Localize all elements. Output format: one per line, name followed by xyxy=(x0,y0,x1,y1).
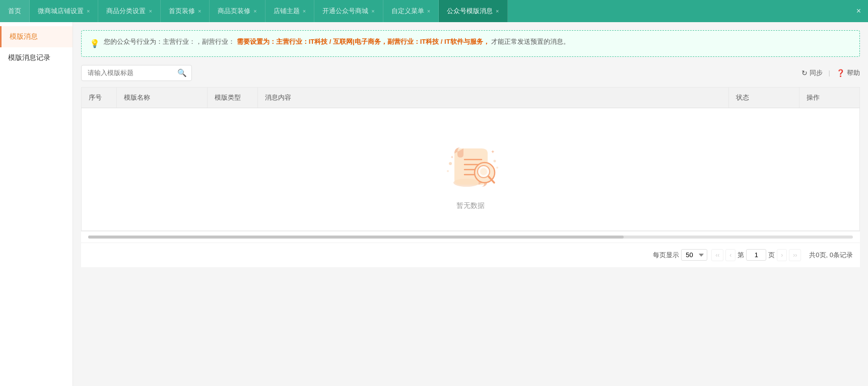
table-header: 序号 模版名称 模版类型 消息内容 状态 操作 xyxy=(82,87,860,108)
empty-text: 暂无数据 xyxy=(92,201,849,210)
notice-text: 您的公众号行业为：主营行业：，副营行业： 需要设置为：主营行业：IT科技 / 互… xyxy=(104,37,570,47)
main-content: 💡 您的公众号行业为：主营行业：，副营行业： 需要设置为：主营行业：IT科技 /… xyxy=(73,22,868,386)
notice-highlight: 需要设置为：主营行业：IT科技 / 互联网|电子商务，副营行业：IT科技 / I… xyxy=(237,38,490,45)
svg-point-8 xyxy=(480,168,487,175)
nav-tab-category-settings-label: 商品分类设置 xyxy=(106,7,146,16)
sidebar-item-template-msg[interactable]: 模版消息 xyxy=(0,26,73,47)
col-header-status: 状态 xyxy=(729,87,799,108)
page-size-label: 每页显示 xyxy=(653,251,679,260)
toolbar: 🔍 ↻ 同步 | ❓ 帮助 xyxy=(81,65,860,81)
nav-tab-custom-menu[interactable]: 自定义菜单 × xyxy=(383,0,439,22)
empty-illustration: ✦ ✦ xyxy=(440,138,501,194)
pagination: 每页显示 50 10 20 100 ‹‹ ‹ 第 页 › ›› 共0页, 0条记… xyxy=(81,243,860,268)
next-page-button[interactable]: › xyxy=(777,249,787,262)
main-layout: 模版消息 模版消息记录 💡 您的公众号行业为：主营行业：，副营行业： 需要设置为… xyxy=(0,22,868,386)
help-icon: ❓ xyxy=(836,69,845,77)
nav-tab-template-msg-close[interactable]: × xyxy=(496,8,499,14)
sync-button[interactable]: ↻ 同步 xyxy=(802,68,823,78)
svg-point-12 xyxy=(496,167,498,169)
empty-icon: ✦ ✦ xyxy=(92,138,849,195)
page-nav: ‹‹ ‹ 第 页 › ›› xyxy=(711,249,801,262)
nav-tab-category-close[interactable]: × xyxy=(149,8,152,14)
col-header-action: 操作 xyxy=(799,87,860,108)
nav-tab-product-decor-label: 商品页装修 xyxy=(218,7,250,16)
top-nav: 首页 微商城店铺设置 × 商品分类设置 × 首页装修 × 商品页装修 × 店铺主… xyxy=(0,0,868,22)
col-header-type: 模版类型 xyxy=(208,87,258,108)
search-box: 🔍 xyxy=(81,65,192,81)
nav-tab-shop-theme-close[interactable]: × xyxy=(303,8,306,14)
notice-suffix: 才能正常发送预置的消息。 xyxy=(491,38,570,45)
page-suffix-label: 页 xyxy=(768,251,775,260)
close-all-icon: × xyxy=(856,7,861,16)
nav-tab-shop-settings-close[interactable]: × xyxy=(87,8,90,14)
nav-tab-shop-settings[interactable]: 微商城店铺设置 × xyxy=(30,0,98,22)
page-prefix-label: 第 xyxy=(738,251,744,260)
nav-tab-shop-settings-label: 微商城店铺设置 xyxy=(38,7,84,16)
scrollbar-row xyxy=(81,231,860,243)
nav-tab-product-decor-close[interactable]: × xyxy=(253,8,256,14)
nav-tab-custom-menu-close[interactable]: × xyxy=(427,8,430,14)
svg-point-11 xyxy=(494,160,496,162)
nav-tab-template-msg-label: 公众号模版消息 xyxy=(447,7,493,16)
last-page-button[interactable]: ›› xyxy=(789,249,801,262)
page-number-input[interactable] xyxy=(746,249,766,261)
nav-tab-home-decor-close[interactable]: × xyxy=(198,8,201,14)
svg-point-9 xyxy=(449,162,452,165)
notice-bulb-icon: 💡 xyxy=(90,37,100,50)
notice-box: 💡 您的公众号行业为：主营行业：，副营行业： 需要设置为：主营行业：IT科技 /… xyxy=(81,30,860,57)
nav-tab-shop-theme-label: 店铺主题 xyxy=(274,7,300,16)
search-icon: 🔍 xyxy=(177,68,187,77)
sidebar: 模版消息 模版消息记录 xyxy=(0,22,73,386)
nav-tab-open-mall[interactable]: 开通公众号商城 × xyxy=(314,0,383,22)
notice-prefix: 您的公众号行业为：主营行业：，副营行业： xyxy=(104,38,235,45)
page-size-select: 每页显示 50 10 20 100 xyxy=(653,249,707,261)
sidebar-item-template-msg-label: 模版消息 xyxy=(10,32,38,40)
col-header-name: 模版名称 xyxy=(117,87,208,108)
table-body: ✦ ✦ 暂无数据 xyxy=(82,108,860,230)
help-button[interactable]: ❓ 帮助 xyxy=(836,68,860,78)
col-header-index: 序号 xyxy=(82,87,117,108)
col-header-content: 消息内容 xyxy=(258,87,729,108)
nav-tab-category-settings[interactable]: 商品分类设置 × xyxy=(98,0,160,22)
sidebar-item-template-msg-record[interactable]: 模版消息记录 xyxy=(0,47,73,68)
nav-tab-home-decor[interactable]: 首页装修 × xyxy=(161,0,210,22)
svg-point-10 xyxy=(447,170,449,172)
nav-tab-custom-menu-label: 自定义菜单 xyxy=(391,7,424,16)
nav-tab-template-msg[interactable]: 公众号模版消息 × xyxy=(439,0,507,22)
first-page-button[interactable]: ‹‹ xyxy=(711,249,723,262)
toolbar-divider: | xyxy=(829,69,830,76)
nav-tab-home-label: 首页 xyxy=(8,7,21,16)
nav-tab-home[interactable]: 首页 xyxy=(0,0,30,22)
svg-text:✦: ✦ xyxy=(450,155,454,160)
nav-tab-open-mall-label: 开通公众号商城 xyxy=(322,7,368,16)
search-button[interactable]: 🔍 xyxy=(172,65,192,81)
toolbar-right: ↻ 同步 | ❓ 帮助 xyxy=(802,68,860,78)
sync-icon: ↻ xyxy=(802,69,808,77)
nav-tab-home-decor-label: 首页装修 xyxy=(169,7,195,16)
nav-tab-shop-theme[interactable]: 店铺主题 × xyxy=(265,0,314,22)
scrollbar-thumb xyxy=(88,236,624,239)
empty-state: ✦ ✦ 暂无数据 xyxy=(82,108,859,230)
prev-page-button[interactable]: ‹ xyxy=(725,249,736,262)
help-label: 帮助 xyxy=(847,68,860,78)
sync-label: 同步 xyxy=(810,68,823,78)
svg-text:✦: ✦ xyxy=(491,149,495,155)
page-size-dropdown[interactable]: 50 10 20 100 xyxy=(681,249,707,261)
total-info: 共0页, 0条记录 xyxy=(809,251,853,260)
search-input[interactable] xyxy=(82,65,172,80)
data-table: 序号 模版名称 模版类型 消息内容 状态 操作 xyxy=(81,87,860,231)
nav-tab-open-mall-close[interactable]: × xyxy=(371,8,374,14)
scrollbar-track[interactable] xyxy=(88,236,853,239)
nav-close-all-button[interactable]: × xyxy=(849,0,868,22)
nav-tab-product-decor[interactable]: 商品页装修 × xyxy=(210,0,265,22)
sidebar-item-template-msg-record-label: 模版消息记录 xyxy=(8,53,50,61)
